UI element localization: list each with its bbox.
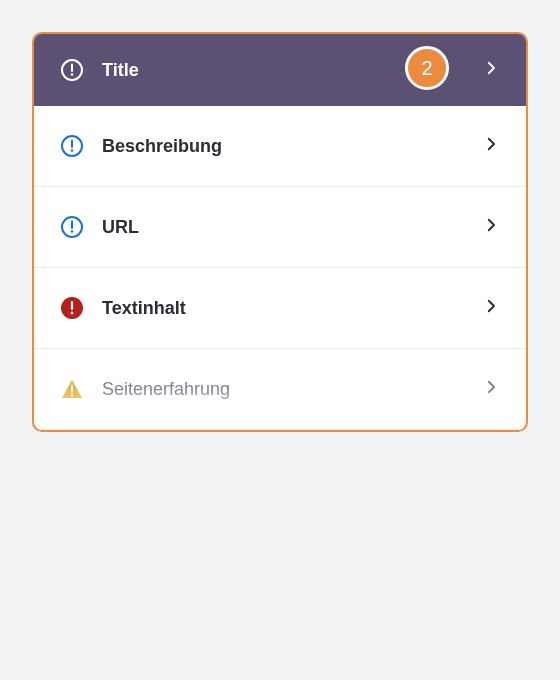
chevron-right-icon (482, 297, 500, 319)
row-title[interactable]: Title (34, 34, 526, 106)
row-beschreibung[interactable]: Beschreibung (34, 106, 526, 187)
svg-point-11 (71, 312, 74, 315)
alert-circle-icon (60, 58, 84, 82)
chevron-right-icon (482, 59, 500, 81)
audit-card: 2 Title Beschreibung (32, 32, 528, 432)
alert-circle-filled-icon (60, 296, 84, 320)
svg-point-5 (71, 149, 74, 152)
row-url[interactable]: URL (34, 187, 526, 268)
row-label: Seitenerfahrung (102, 379, 482, 400)
alert-circle-icon (60, 215, 84, 239)
alert-triangle-icon (60, 377, 84, 401)
row-textinhalt[interactable]: Textinhalt (34, 268, 526, 349)
row-label: Textinhalt (102, 298, 482, 319)
svg-point-13 (71, 394, 73, 396)
row-label: Beschreibung (102, 136, 482, 157)
chevron-right-icon (482, 378, 500, 400)
row-label: URL (102, 217, 482, 238)
count-badge: 2 (405, 46, 449, 90)
count-badge-value: 2 (421, 57, 432, 80)
chevron-right-icon (482, 216, 500, 238)
svg-point-2 (71, 73, 74, 76)
svg-point-8 (71, 230, 74, 233)
chevron-right-icon (482, 135, 500, 157)
alert-circle-icon (60, 134, 84, 158)
row-seitenerfahrung[interactable]: Seitenerfahrung (34, 349, 526, 430)
